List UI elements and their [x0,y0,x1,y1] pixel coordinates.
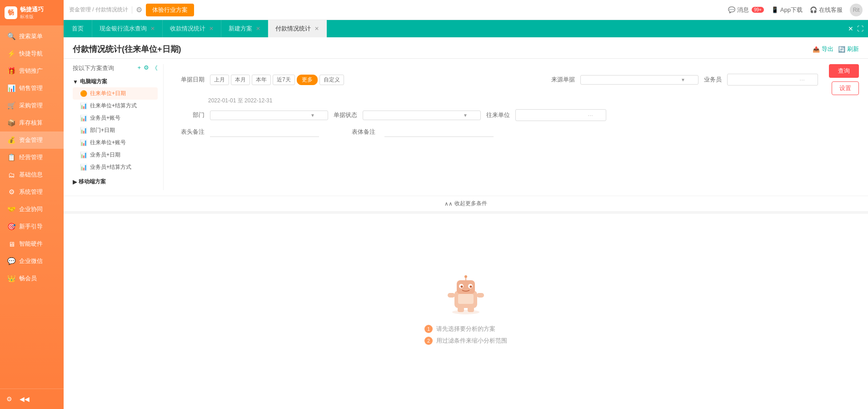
sidebar-label-basic: 基础信息 [19,171,43,179]
online-service-action[interactable]: 🎧 在线客服 [810,6,843,14]
message-label: 消息 [737,6,749,14]
refresh-btn[interactable]: 🔄 刷新 [838,45,859,53]
tab-new-plan[interactable]: 新建方案✕ [221,20,268,37]
sidebar-item-operation[interactable]: 📋经营管理 [0,149,64,166]
export-btn[interactable]: 📤 导出 [813,45,833,53]
date-range-text: 2022-01-01 至 2022-12-31 [208,97,272,104]
message-badge: 99+ [752,7,764,13]
topbar-settings-icon[interactable]: ⚙ [136,5,142,14]
svg-rect-10 [477,293,484,298]
try-industry-btn[interactable]: 体验行业方案 [146,4,194,16]
message-action[interactable]: 💬 消息 99+ [728,6,764,14]
add-scheme-icon[interactable]: + [137,64,141,72]
sidebar-item-basic[interactable]: 🗂基础信息 [0,166,64,183]
sidebar-item-wechat[interactable]: 💬企业微信 [0,252,64,270]
tab-home[interactable]: 首页 [64,20,92,37]
header-note-label: 表头备注 [173,128,205,136]
date-btn-0[interactable]: 上月 [210,75,229,85]
sidebar-label-finance: 资金管理 [19,136,43,144]
svg-rect-11 [458,307,464,312]
tab-close-collection[interactable]: ✕ [209,25,214,32]
sidebar-item-inventory[interactable]: 📦库存核算 [0,114,64,131]
top-bar-right: 💬 消息 99+ 📱 App下载 🎧 在线客服 Rit [728,4,863,16]
settings-btn[interactable]: 设置 [832,81,859,95]
search-icon: 🔍 [7,32,15,40]
sidebar-item-sales[interactable]: 📊销售管理 [0,80,64,97]
tab-payment-stat[interactable]: 付款情况统计✕ [268,20,327,37]
scheme-item-partner-date[interactable]: 🟠往来单位+日期 [73,87,158,100]
sidebar-item-search[interactable]: 🔍搜索菜单 [0,28,64,45]
settings-icon[interactable]: ⚙ [5,394,14,404]
tab-close-bank-flow[interactable]: ✕ [150,25,155,32]
online-service-label: 在线客服 [819,6,843,14]
scheme-item-partner-settlement[interactable]: 📊往来单位+结算方式 [73,100,158,112]
collapse-bar[interactable]: ∧∧ 收起更多条件 [64,196,868,211]
page-header: 付款情况统计(往来单位+日期) 📤 导出 🔄 刷新 [64,37,868,59]
sidebar-item-hardware[interactable]: 🖥智能硬件 [0,235,64,252]
user-avatar[interactable]: Rit [850,4,863,16]
sidebar-item-marketing[interactable]: 🎁营销推广 [0,62,64,80]
scheme-label-dept-date: 部门+日期 [90,126,115,134]
sidebar-item-member[interactable]: 👑畅会员 [0,270,64,287]
salesman-dots[interactable]: ··· [799,76,805,83]
query-section: 查询 设置 [823,64,859,95]
date-btn-1[interactable]: 本月 [231,75,250,85]
date-btn-3[interactable]: 近7天 [273,75,295,85]
scheme-item-salesman-settlement[interactable]: 📊业务员+结算方式 [73,161,158,173]
source-select[interactable]: ▼ [580,75,698,85]
scheme-settings-icon[interactable]: ⚙ [144,64,149,72]
scheme-section-title-desktop[interactable]: ▼电脑端方案 [73,76,158,87]
tab-bank-flow[interactable]: 现金银行流水查询✕ [92,20,163,37]
dept-select[interactable]: ▼ [210,111,328,120]
scheme-item-partner-account[interactable]: 📊往来单位+账号 [73,136,158,149]
date-btn-5[interactable]: 自定义 [319,75,344,85]
tip-num-2: 2 [424,337,433,345]
filter-form: 单据日期 上月本月本年近7天更多自定义 来源单据 ▼ 业务员 ··· [164,64,859,190]
date-buttons: 上月本月本年近7天更多自定义 [210,75,344,85]
scheme-item-dept-date[interactable]: 📊部门+日期 [73,124,158,136]
doc-status-arrow-icon: ▼ [463,113,468,118]
svg-point-0 [452,310,479,314]
scheme-item-salesman-date[interactable]: 📊业务员+日期 [73,149,158,161]
sidebar-item-purchase[interactable]: 🛒采购管理 [0,97,64,114]
tab-label-bank-flow: 现金银行流水查询 [100,25,147,33]
date-btn-4[interactable]: 更多 [297,75,318,85]
expand-icon[interactable]: ⛶ [857,25,863,32]
empty-tip-2: 2 用过滤条件来缩小分析范围 [424,337,507,345]
svg-point-5 [461,285,463,288]
sidebar-item-finance[interactable]: 💰资金管理 [0,131,64,149]
tab-label-payment-stat: 付款情况统计 [275,25,311,33]
sidebar-item-cooperation[interactable]: 🤝企业协同 [0,201,64,218]
purchase-icon: 🛒 [7,101,15,110]
salesman-select[interactable]: ··· [727,74,818,86]
scheme-item-salesman-account[interactable]: 📊业务员+账号 [73,112,158,124]
partner-select[interactable]: ··· [515,109,606,121]
partner-dots[interactable]: ··· [588,111,593,119]
sidebar-item-quick-nav[interactable]: ⚡快捷导航 [0,45,64,62]
filter-body: 按以下方案查询 + ⚙ 《 ▼电脑端方案🟠往来单位+日期📊往来单位+结算方式📊业… [64,59,868,196]
body-note-input[interactable] [384,126,494,137]
tab-label-collection: 收款情况统计 [170,25,205,33]
collapse-sidebar-icon[interactable]: ◀◀ [18,394,31,404]
sidebar-footer: ⚙ ◀◀ [0,389,64,409]
brand-version: 标准版 [20,14,44,20]
tab-close-new-plan[interactable]: ✕ [256,25,260,32]
sidebar-label-purchase: 采购管理 [19,101,43,110]
query-btn[interactable]: 查询 [829,64,859,78]
sidebar-label-quick-nav: 快捷导航 [19,50,43,58]
date-btn-2[interactable]: 本年 [252,75,271,85]
sidebar-item-system[interactable]: ⚙系统管理 [0,183,64,201]
empty-tips: 1 请先选择要分析的方案 2 用过滤条件来缩小分析范围 [424,325,507,348]
doc-status-select[interactable]: ▼ [363,111,481,120]
header-note-input[interactable] [210,126,319,137]
tab-close-payment-stat[interactable]: ✕ [314,25,319,32]
sidebar-item-guide[interactable]: 🎯新手引导 [0,218,64,235]
body-note-label: 表体备注 [352,128,375,136]
close-window-icon[interactable]: ✕ [848,25,853,32]
scheme-section-title-mobile[interactable]: ▶移动端方案 [73,176,158,187]
app-icon: 📱 [771,6,778,13]
scheme-list: ▼电脑端方案🟠往来单位+日期📊往来单位+结算方式📊业务员+账号📊部门+日期📊往来… [73,76,158,187]
tab-collection[interactable]: 收款情况统计✕ [163,20,221,37]
app-download-action[interactable]: 📱 App下载 [771,6,803,14]
collapse-filter-icon[interactable]: 《 [152,64,158,72]
